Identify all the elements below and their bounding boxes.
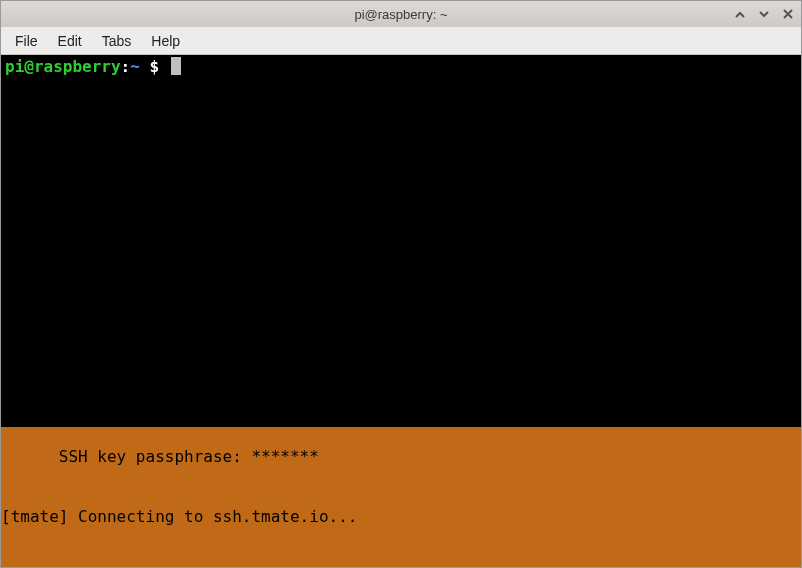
status-bar: SSH key passphrase: ******* [tmate] Conn… — [1, 427, 801, 567]
terminal-area[interactable]: pi@raspberry:~ $ SSH key passphrase: ***… — [1, 55, 801, 567]
window-title: pi@raspberry: ~ — [354, 7, 447, 22]
menu-file[interactable]: File — [7, 30, 46, 52]
window-controls — [733, 1, 795, 27]
menu-tabs[interactable]: Tabs — [94, 30, 140, 52]
menu-edit[interactable]: Edit — [50, 30, 90, 52]
minimize-icon — [734, 8, 746, 20]
menubar: File Edit Tabs Help — [1, 27, 801, 55]
terminal-window: pi@raspberry: ~ File Edit Tabs Help pi@r… — [0, 0, 802, 568]
prompt-separator — [140, 57, 150, 77]
status-line-passphrase: SSH key passphrase: ******* — [59, 447, 319, 467]
terminal-cursor — [171, 57, 181, 75]
titlebar[interactable]: pi@raspberry: ~ — [1, 1, 801, 27]
close-icon — [782, 8, 794, 20]
prompt-userhost: pi@raspberry — [5, 57, 121, 77]
status-line-connecting: [tmate] Connecting to ssh.tmate.io... — [1, 507, 801, 527]
prompt-cwd: ~ — [130, 57, 140, 77]
prompt-line: pi@raspberry:~ $ — [5, 57, 797, 77]
prompt-space — [159, 57, 169, 77]
minimize-button[interactable] — [733, 7, 747, 21]
maximize-button[interactable] — [757, 7, 771, 21]
maximize-icon — [758, 8, 770, 20]
menu-help[interactable]: Help — [143, 30, 188, 52]
prompt-dollar: $ — [150, 57, 160, 77]
close-button[interactable] — [781, 7, 795, 21]
prompt-colon: : — [121, 57, 131, 77]
